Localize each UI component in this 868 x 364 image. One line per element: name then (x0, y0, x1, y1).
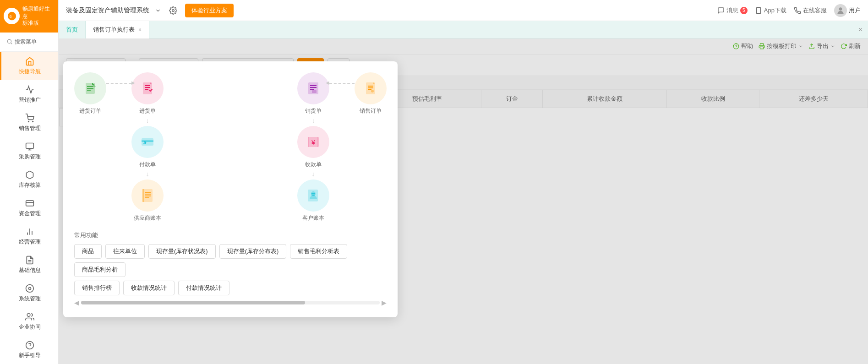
scroll-left-button[interactable]: ◀ (74, 299, 79, 306)
experience-button[interactable]: 体验行业方案 (185, 4, 234, 17)
svg-point-0 (7, 12, 16, 20)
arrow-down-receipt: ↓ (297, 117, 329, 124)
logo-icon: 6 (4, 8, 20, 24)
sidebar: 6 畅康通好生意 标准版 搜索菜单 快捷导航 (0, 0, 59, 364)
svg-point-4 (28, 121, 29, 122)
sidebar-item-sales[interactable]: 销售管理 (0, 109, 58, 137)
tab-bar: 首页 销售订单执行表 × × (59, 21, 868, 38)
sale-receipt-circle (297, 72, 329, 104)
sidebar-item-inventory[interactable]: 库存核算 (0, 165, 58, 194)
sale-order-label: 销售订单 (360, 107, 382, 115)
arrow-down-payment: ↓ (131, 117, 164, 124)
customer-ledger-circle (297, 179, 329, 212)
svg-rect-9 (26, 201, 34, 206)
guide-icon (25, 340, 35, 350)
sidebar-item-basic[interactable]: 基础信息 (0, 250, 58, 279)
message-badge: 5 (740, 7, 748, 14)
func-btn-payment-stats[interactable]: 付款情况统计 (178, 281, 229, 295)
scroll-right-button[interactable]: ▶ (382, 299, 387, 306)
purchase-receipt-label: 进货单 (139, 107, 156, 115)
inventory-icon (25, 170, 35, 180)
svg-point-23 (839, 7, 842, 11)
flow-step-receipt[interactable]: ¥ 收款单 (297, 126, 329, 168)
marketing-icon (25, 85, 35, 95)
flow-step-purchase-order[interactable]: 进货订单 (74, 72, 106, 115)
flow-step-customer-ledger[interactable]: 客户账本 (297, 179, 329, 222)
common-functions: 常用功能 商品 往来单位 现存量(库存状况表) 现存量(库存分布表) 销售毛利分… (74, 231, 387, 295)
payment-label: 付款单 (139, 161, 156, 168)
svg-point-16 (29, 287, 31, 289)
flow-step-payment[interactable]: ¥ 付款单 (131, 126, 164, 168)
purchase-receipt-circle (131, 72, 164, 104)
search-menu-button[interactable]: 搜索菜单 (4, 36, 55, 48)
svg-text:¥: ¥ (311, 139, 315, 146)
arrow-down-supplier: ↓ (131, 170, 164, 178)
scrollbar-thumb (81, 301, 305, 304)
sidebar-item-marketing[interactable]: 营销推广 (0, 80, 58, 109)
arrow-purchase-to-receipt: ▶ (106, 83, 131, 84)
flow-step-purchase-receipt[interactable]: 进货单 (131, 72, 164, 115)
func-btn-current-stock-dist[interactable]: 现存量(库存分布表) (219, 244, 287, 259)
svg-rect-21 (756, 7, 760, 13)
svg-text:¥: ¥ (143, 140, 147, 145)
tab-close-button[interactable]: × (138, 27, 142, 33)
tab-sales-order[interactable]: 销售订单执行表 × (86, 21, 149, 38)
sidebar-item-guide[interactable]: 新手引导 (0, 336, 58, 364)
sales-icon (25, 113, 35, 123)
func-btn-counterpart[interactable]: 往来单位 (105, 244, 145, 259)
sidebar-item-purchase[interactable]: 采购管理 (0, 137, 58, 165)
purchase-order-circle (74, 72, 106, 104)
online-service-button[interactable]: 在线客服 (794, 6, 827, 15)
header-dropdown[interactable] (155, 7, 161, 14)
customer-ledger-label: 客户账本 (302, 214, 324, 222)
main-content: 装备及固定资产辅助管理系统 体验行业方案 消息 5 App下载 (59, 0, 868, 364)
svg-point-2 (7, 40, 11, 43)
sale-receipt-label: 销货单 (305, 107, 322, 115)
message-button[interactable]: 消息 5 (717, 6, 748, 15)
operation-icon (25, 227, 35, 237)
function-btns-row1: 商品 往来单位 现存量(库存状况表) 现存量(库存分布表) 销售毛利分析表 商品… (74, 244, 387, 277)
tab-home[interactable]: 首页 (59, 21, 86, 38)
page-body: 帮助 按模板打印 导出 刷新 (59, 38, 868, 364)
svg-point-17 (27, 313, 30, 316)
settings-button[interactable] (167, 4, 180, 17)
tab-bar-close-all[interactable]: × (858, 26, 863, 34)
arrow-down-customer: ↓ (297, 170, 329, 178)
func-btn-sales-ranking[interactable]: 销售排行榜 (74, 281, 120, 295)
scrollbar-track[interactable] (81, 301, 380, 304)
func-btn-current-stock-status[interactable]: 现存量(库存状况表) (148, 244, 216, 259)
svg-rect-38 (142, 138, 153, 146)
sidebar-item-enterprise[interactable]: 企业协同 (0, 307, 58, 336)
svg-line-3 (11, 43, 12, 44)
user-name: 用户 (849, 6, 861, 15)
supplier-ledger-circle (131, 179, 164, 212)
svg-point-20 (172, 9, 175, 11)
receipt-label: 收款单 (305, 161, 322, 168)
svg-text:6: 6 (9, 14, 11, 19)
payment-circle: ¥ (131, 126, 164, 158)
func-btn-sales-profit-analysis[interactable]: 销售毛利分析表 (290, 244, 347, 259)
arrow-sale-order-to-receipt: ◀ (329, 83, 355, 84)
logo-text: 畅康通好生意 标准版 (22, 5, 55, 27)
modal-box: 进货订单 ▶ (63, 61, 398, 317)
sidebar-item-finance[interactable]: 资金管理 (0, 194, 58, 222)
sidebar-item-quick-nav[interactable]: 快捷导航 (0, 52, 58, 80)
flow-step-sale-order[interactable]: 销售订单 (355, 72, 387, 115)
func-btn-receipt-stats[interactable]: 收款情况统计 (123, 281, 175, 295)
svg-rect-35 (312, 90, 317, 93)
app-download-button[interactable]: App下载 (755, 6, 786, 15)
top-header: 装备及固定资产辅助管理系统 体验行业方案 消息 5 App下载 (59, 0, 868, 21)
sidebar-item-operation[interactable]: 经营管理 (0, 222, 58, 250)
flow-step-supplier-ledger[interactable]: 供应商账本 (131, 179, 164, 222)
sidebar-item-system[interactable]: 系统管理 (0, 279, 58, 307)
flow-step-sale-receipt-top[interactable]: 销货单 (297, 72, 329, 115)
common-functions-title: 常用功能 (74, 231, 387, 239)
user-avatar (834, 4, 847, 17)
func-btn-product[interactable]: 商品 (74, 244, 102, 259)
sale-order-circle (355, 72, 387, 104)
func-btn-product-profit[interactable]: 商品毛利分析 (74, 262, 126, 277)
enterprise-icon (25, 312, 35, 322)
system-title: 装备及固定资产辅助管理系统 (66, 6, 149, 15)
sidebar-nav: 快捷导航 营销推广 销售管理 采购管理 (0, 52, 58, 364)
user-area[interactable]: 用户 (834, 4, 861, 17)
